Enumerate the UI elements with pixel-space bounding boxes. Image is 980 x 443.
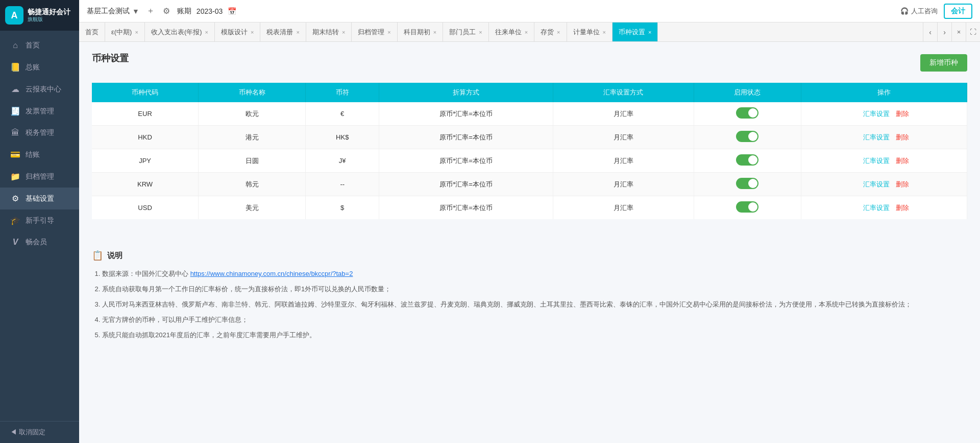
cell-status xyxy=(694,196,801,220)
tab-next-btn[interactable]: › xyxy=(937,22,951,42)
tab-tax[interactable]: 税表清册 × xyxy=(260,22,306,42)
cell-name: 欧元 xyxy=(199,102,306,126)
tab-label: 计量单位 xyxy=(573,28,600,37)
calendar-icon[interactable]: 📅 xyxy=(228,7,236,15)
cell-code: KRW xyxy=(92,173,199,196)
sidebar-item-invoice[interactable]: 🧾 发票管理 xyxy=(0,100,79,122)
enabled-toggle[interactable] xyxy=(736,107,758,119)
cell-actions: 汇率设置 删除 xyxy=(801,173,967,196)
note-item-2: 系统自动获取每月第一个工作日的汇率标价，统一为直接标价法，即1外币可以兑换的人民… xyxy=(102,283,967,296)
sidebar-item-label: 税务管理 xyxy=(26,128,54,137)
sidebar-item-ledger[interactable]: 📒 总账 xyxy=(0,56,79,78)
tab-label: 币种设置 xyxy=(619,28,645,37)
sidebar-item-archive[interactable]: 📁 归档管理 xyxy=(0,166,79,188)
tab-template[interactable]: 模版设计 × xyxy=(215,22,260,42)
tab-close-btn[interactable]: × xyxy=(479,29,482,35)
tab-close-btn[interactable]: × xyxy=(433,29,436,35)
delete-link[interactable]: 删除 xyxy=(896,157,909,165)
rate-setting-link[interactable]: 汇率设置 xyxy=(863,133,890,141)
tab-close-btn[interactable]: × xyxy=(387,29,390,35)
sidebar-item-label: 发票管理 xyxy=(26,107,54,116)
sidebar-item-tax[interactable]: 🏛 税务管理 xyxy=(0,122,79,144)
tab-currency[interactable]: 币种设置 × xyxy=(612,22,658,42)
delete-link[interactable]: 删除 xyxy=(896,204,909,212)
cell-actions: 汇率设置 删除 xyxy=(801,149,967,173)
tab-close-btn[interactable]: × xyxy=(557,29,560,35)
sidebar-item-label: 云报表中心 xyxy=(26,85,61,94)
page-header: 币种设置 新增币种 xyxy=(92,52,967,74)
topbar-actions: ＋ ⚙ xyxy=(144,4,172,18)
rate-setting-link[interactable]: 汇率设置 xyxy=(863,157,890,165)
toggle-thumb xyxy=(748,132,757,141)
toggle-thumb xyxy=(748,179,757,188)
checkout-icon: 💳 xyxy=(10,150,20,159)
note-item-3: 人民币对马来西亚林吉特、俄罗斯卢布、南非兰特、韩元、阿联酋迪拉姆、沙特里亚尔、匈… xyxy=(102,298,967,311)
cell-name: 港元 xyxy=(199,126,306,149)
rate-setting-link[interactable]: 汇率设置 xyxy=(863,180,890,188)
tab-dept[interactable]: 部门员工 × xyxy=(443,22,488,42)
project-selector[interactable]: 基层工会测试 ▼ xyxy=(87,7,139,16)
app-subtitle: 旗舰版 xyxy=(28,16,70,23)
enabled-toggle[interactable] xyxy=(736,178,758,189)
user-role-btn[interactable]: 会计 xyxy=(944,4,972,19)
sidebar-item-reports[interactable]: ☁ 云报表中心 xyxy=(0,78,79,100)
cell-actions: 汇率设置 删除 xyxy=(801,102,967,126)
tab-close-btn[interactable]: × xyxy=(135,29,138,35)
sidebar-item-label: 新手引导 xyxy=(26,216,54,225)
sidebar-item-member[interactable]: V 畅会员 xyxy=(0,231,79,253)
table-row: USD 美元 $ 原币*汇率=本位币 月汇率 汇率设置 删除 xyxy=(92,196,967,220)
tab-balance[interactable]: ε(中期) × xyxy=(105,22,145,42)
notes-link[interactable]: https://www.chinamoney.com.cn/chinese/bk… xyxy=(190,270,353,277)
delete-link[interactable]: 删除 xyxy=(896,110,909,118)
tab-prev-btn[interactable]: ‹ xyxy=(923,22,937,42)
delete-link[interactable]: 删除 xyxy=(896,180,909,188)
rate-setting-link[interactable]: 汇率设置 xyxy=(863,204,890,212)
tab-income[interactable]: 收入支出表(年报) × xyxy=(145,22,215,42)
tab-unit[interactable]: 计量单位 × xyxy=(567,22,612,42)
sidebar-item-settings[interactable]: ⚙ 基础设置 xyxy=(0,188,79,209)
sidebar-footer-label: ◀ 取消固定 xyxy=(10,428,45,437)
tab-close-btn[interactable]: × xyxy=(603,29,606,35)
sidebar-item-guide[interactable]: 🎓 新手引导 xyxy=(0,209,79,231)
new-currency-btn[interactable]: 新增币种 xyxy=(920,54,967,72)
tab-close-all-btn[interactable]: × xyxy=(951,22,966,42)
tab-close-btn[interactable]: × xyxy=(296,29,299,35)
rate-setting-link[interactable]: 汇率设置 xyxy=(863,110,890,118)
tab-archive[interactable]: 归档管理 × xyxy=(352,22,397,42)
tab-subjects[interactable]: 科目期初 × xyxy=(398,22,443,42)
settings-btn[interactable]: ⚙ xyxy=(161,4,172,18)
add-project-btn[interactable]: ＋ xyxy=(144,4,157,18)
tab-inventory[interactable]: 存货 × xyxy=(534,22,567,42)
tab-label: 收入支出表(年报) xyxy=(151,28,202,37)
toggle-track xyxy=(736,201,758,213)
tab-label: 归档管理 xyxy=(358,28,384,37)
toggle-thumb xyxy=(748,202,757,212)
notes-section: 📋 说明 数据来源：中国外汇交易中心 https://www.chinamone… xyxy=(92,235,967,342)
tab-close-btn[interactable]: × xyxy=(251,29,254,35)
tab-period-end[interactable]: 期末结转 × xyxy=(306,22,352,42)
notes-icon: 📋 xyxy=(92,250,103,261)
table-row: JPY 日圆 J¥ 原币*汇率=本位币 月汇率 汇率设置 删除 xyxy=(92,149,967,173)
note-item-5: 系统只能自动抓取2021年度后的汇率，之前年度汇率需要用户手工维护。 xyxy=(102,329,967,342)
tab-close-btn[interactable]: × xyxy=(525,29,528,35)
sidebar-item-checkout[interactable]: 💳 结账 xyxy=(0,144,79,166)
enabled-toggle[interactable] xyxy=(736,201,758,213)
tab-close-btn[interactable]: × xyxy=(205,29,208,35)
sidebar-item-label: 总账 xyxy=(26,63,40,72)
tab-home[interactable]: 首页 xyxy=(79,22,105,42)
cell-rate-method: 月汇率 xyxy=(553,196,694,220)
table-row: EUR 欧元 € 原币*汇率=本位币 月汇率 汇率设置 删除 xyxy=(92,102,967,126)
tab-expand-btn[interactable]: ⛶ xyxy=(966,22,980,42)
tab-close-btn[interactable]: × xyxy=(342,29,345,35)
sidebar-item-home[interactable]: ⌂ 首页 xyxy=(0,35,79,56)
delete-link[interactable]: 删除 xyxy=(896,133,909,141)
sidebar-pin-toggle[interactable]: ◀ 取消固定 xyxy=(0,421,79,443)
tab-contacts[interactable]: 往来单位 × xyxy=(489,22,534,42)
enabled-toggle[interactable] xyxy=(736,131,758,142)
toggle-thumb xyxy=(748,108,757,118)
note-item-4: 无官方牌价的币种，可以用户手工维护汇率信息； xyxy=(102,313,967,327)
tab-close-btn[interactable]: × xyxy=(648,29,651,35)
archive-icon: 📁 xyxy=(10,172,20,181)
enabled-toggle[interactable] xyxy=(736,154,758,166)
support-btn[interactable]: 🎧 人工咨询 xyxy=(900,7,938,16)
